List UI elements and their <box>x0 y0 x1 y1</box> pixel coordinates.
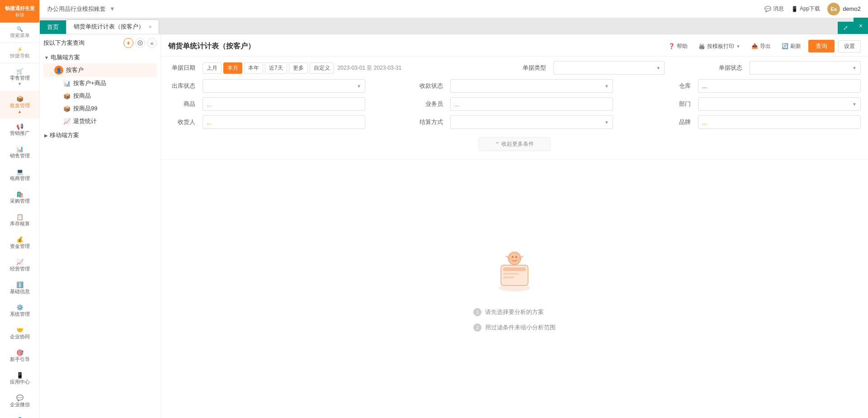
app-download-btn[interactable]: 📱 App下载 <box>791 5 820 13</box>
settings-btn[interactable]: 设置 <box>838 40 861 52</box>
page-actions: ❓ 帮助 🖨️ 按模板打印 ▼ 📤 导出 🔄 刷新 <box>665 40 861 52</box>
svg-point-8 <box>508 252 521 265</box>
date-btn-custom[interactable]: 自定义 <box>310 62 334 74</box>
date-filter: 上月 本月 本年 近7天 更多 自定义 2023-03-01 至 2023-03… <box>203 62 401 74</box>
tab-active[interactable]: 销货单统计计表（按客户） × <box>66 19 159 34</box>
date-btn-current-month[interactable]: 本月 <box>223 62 242 74</box>
export-btn[interactable]: 📤 导出 <box>748 41 774 52</box>
sidebar-item-retail[interactable]: 🛒 零售管理 ▼ <box>0 63 39 91</box>
tree-item-return-stats[interactable]: 📈 退货统计 <box>52 115 157 128</box>
print-dropdown-icon[interactable]: ▼ <box>736 44 741 49</box>
sidebar-item-system[interactable]: ⚙️ 系统管理 <box>0 299 39 322</box>
scheme-collapse-btn[interactable]: « <box>147 38 157 48</box>
app-download-label: App下载 <box>800 5 820 13</box>
tree-group-mobile-header[interactable]: ▶ 移动端方案 <box>43 129 157 141</box>
salesperson-value: ... <box>454 101 459 108</box>
settlement-select[interactable]: ▼ <box>450 115 613 129</box>
scheme-add-btn[interactable]: + <box>123 38 133 48</box>
help-btn[interactable]: ❓ 帮助 <box>665 41 691 52</box>
sidebar-item-wechat[interactable]: 💬 企业微信 <box>0 390 39 413</box>
brand-label: 品牌 <box>664 118 691 126</box>
sidebar-item-search-menu[interactable]: 🔍 搜索菜单 <box>0 23 39 43</box>
expand-icon: ⤢ <box>843 24 848 31</box>
scheme-header: 按以下方案查询 + « <box>43 38 157 48</box>
payment-status-label: 收款状态 <box>416 82 443 90</box>
tab-close-icon[interactable]: × <box>149 24 151 29</box>
print-btn[interactable]: 🖨️ 按模板打印 ▼ <box>695 41 744 52</box>
sidebar-item-ecommerce[interactable]: 💻 电商管理 <box>0 164 39 186</box>
tree-group-pc-header[interactable]: ▼ 电脑端方案 <box>43 52 157 63</box>
sidebar-item-purchase[interactable]: 🛍️ 采购管理 <box>0 186 39 209</box>
order-status-label: 单据状态 <box>715 64 742 72</box>
inventory-icon: 📋 <box>16 214 24 220</box>
chevron-down-icon: ▼ <box>357 84 361 89</box>
empty-illustration <box>487 245 542 299</box>
order-status-select[interactable]: ▼ <box>750 61 861 75</box>
tree-item-by-product[interactable]: 📦 按商品 <box>52 90 157 102</box>
sidebar-item-basic[interactable]: ℹ️ 基础信息 <box>0 277 39 299</box>
sidebar-item-member[interactable]: 👤 畅会员 <box>0 413 39 418</box>
empty-step-2: 2 用过滤条件来缩小分析范围 <box>473 322 556 333</box>
sidebar-item-wholesale[interactable]: 📦 批发管理 ▲ <box>0 91 39 119</box>
page-header: 销货单统计计表（按客户） ❓ 帮助 🖨️ 按模板打印 ▼ 📤 导出 <box>161 34 868 57</box>
sidebar-item-inventory[interactable]: 📋 库存核算 <box>0 209 39 232</box>
salesperson-select[interactable]: ... <box>450 97 613 111</box>
filter-row-status: 出库状态 ▼ 收款状态 ▼ 仓库 ... <box>168 79 861 93</box>
sidebar-item-operation[interactable]: 📈 经营管理 <box>0 254 39 277</box>
sidebar-menu: 🔍 搜索菜单 ⚡ 快捷导航 🛒 零售管理 ▼ 📦 批发管理 ▲ 📢 营销推广 📊… <box>0 23 39 418</box>
sidebar-item-marketing[interactable]: 📢 营销推广 <box>0 119 39 141</box>
receiver-select[interactable]: ... <box>203 115 365 129</box>
tab-expand-btn[interactable]: ⤢ <box>838 22 854 34</box>
scheme-actions: + « <box>123 38 157 48</box>
sidebar-item-label: 经营管理 <box>10 266 30 272</box>
top-bar-left: 办公用品行业模拟账套 ▼ <box>47 5 115 13</box>
logo-area: 畅捷通好生意 标版 <box>0 0 39 23</box>
product-select[interactable]: ... <box>203 97 365 111</box>
operation-icon: 📈 <box>16 259 24 266</box>
warehouse-select[interactable]: ... <box>698 79 861 93</box>
date-filter-label: 单据日期 <box>168 64 195 72</box>
tree-item-by-customer-product[interactable]: 📊 按客户+商品 <box>52 77 157 90</box>
sidebar-item-label: 基础信息 <box>10 288 30 295</box>
collapse-btn[interactable]: ⌃ 收起更多条件 <box>478 137 551 151</box>
sidebar-item-enterprise[interactable]: 🤝 企业协同 <box>0 322 39 345</box>
refresh-btn[interactable]: 🔄 刷新 <box>778 41 805 52</box>
tab-home[interactable]: 首页 <box>40 20 66 34</box>
date-btn-more[interactable]: 更多 <box>289 62 308 74</box>
finance-icon: 💰 <box>16 236 24 243</box>
customer-dot: 👤 <box>54 66 63 75</box>
scheme-panel: 按以下方案查询 + « ▼ 电脑端方案 👤 <box>40 34 161 418</box>
sidebar-item-quick-nav[interactable]: ⚡ 快捷导航 <box>0 43 39 63</box>
top-bar-right: 💬 消息 📱 App下载 Ea demo2 <box>764 3 861 15</box>
message-btn[interactable]: 💬 消息 <box>764 5 784 13</box>
svg-rect-5 <box>503 267 526 271</box>
scheme-edit-btn[interactable] <box>135 38 145 48</box>
brand-value: ... <box>702 119 707 126</box>
date-btn-current-year[interactable]: 本年 <box>244 62 263 74</box>
tree-item-by-product-99[interactable]: 📦 按商品99 <box>52 102 157 115</box>
sidebar-item-label: 系统管理 <box>10 311 30 318</box>
sidebar-item-finance[interactable]: 💰 资金管理 <box>0 232 39 254</box>
query-btn[interactable]: 查询 <box>808 40 835 52</box>
payment-status-select[interactable]: ▼ <box>450 79 613 93</box>
page-title: 销货单统计计表（按客户） <box>168 42 255 51</box>
department-select[interactable]: ▼ <box>698 97 861 111</box>
sidebar-item-label: 应用中心 <box>10 379 30 385</box>
help-icon: ❓ <box>668 43 675 49</box>
sidebar-item-newbie[interactable]: 🎯 新手引导 <box>0 345 39 367</box>
tab-close-btn[interactable]: × <box>854 18 868 34</box>
out-status-select[interactable]: ▼ <box>203 79 365 93</box>
date-btn-prev-month[interactable]: 上月 <box>203 62 222 74</box>
order-type-select[interactable]: ▼ <box>553 61 665 75</box>
user-area[interactable]: Ea demo2 <box>827 3 861 15</box>
close-icon: × <box>859 22 863 29</box>
sidebar-item-sales[interactable]: 📊 销售管理 <box>0 141 39 164</box>
chevron-down-icon: ▼ <box>852 66 857 71</box>
date-btn-7days[interactable]: 近7天 <box>265 62 287 74</box>
sidebar-item-label: 零售管理 <box>10 75 30 81</box>
sidebar-item-appcenter[interactable]: 📱 应用中心 <box>0 367 39 390</box>
tree-item-by-customer[interactable]: 👤 按客户 <box>43 63 157 77</box>
brand-select[interactable]: ... <box>698 115 861 129</box>
industry-dropdown-icon[interactable]: ▼ <box>109 5 115 12</box>
marketing-icon: 📢 <box>16 123 24 130</box>
